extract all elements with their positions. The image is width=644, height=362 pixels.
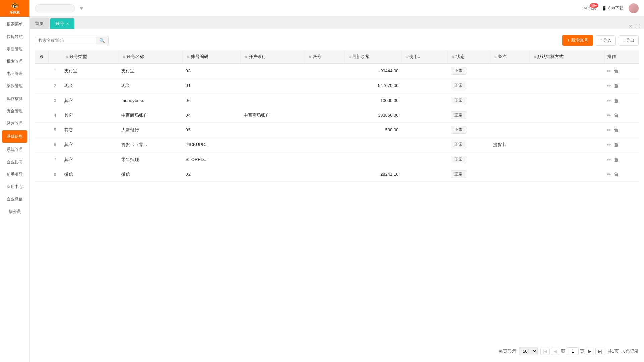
col-settings[interactable]: ⚙ [35,50,48,63]
add-account-button[interactable]: + 新增账号 [562,35,593,46]
cell-settings [35,137,48,152]
cell-status: 正常 [448,108,490,123]
sort-icon: ⇅ [123,55,125,59]
delete-icon[interactable]: 🗑 [614,157,619,162]
page-label: 页 [561,348,565,354]
tab-close-button[interactable]: ✕ [629,24,633,29]
first-page-button[interactable]: |◀ [540,348,550,355]
col-account[interactable]: ⇅ 账号 [305,50,344,63]
cell-type: 支付宝 [62,63,119,78]
edit-icon[interactable]: ✏ [607,113,611,118]
delete-icon[interactable]: 🗑 [614,127,619,133]
edit-icon[interactable]: ✏ [607,68,611,74]
cell-name: 提货卡（零... [119,137,183,152]
tab-account[interactable]: 账号 ✕ [50,18,75,29]
cell-action: ✏ 🗑 [604,152,639,167]
cell-settings [35,63,48,78]
cell-balance: 500.00 [344,123,401,137]
cell-code: 02 [183,167,240,182]
edit-icon[interactable]: ✏ [607,83,611,88]
sidebar-item-inventory[interactable]: 库存核算 [0,93,29,105]
tab-fullscreen-button[interactable]: ⛶ [635,24,640,29]
app-download-button[interactable]: 📱 App下载 [602,5,623,11]
cell-code: STORED... [183,152,240,167]
col-usage[interactable]: ⇅ 使用... [401,50,448,63]
sidebar-item-wechat[interactable]: 企业微信 [0,193,29,205]
cell-action: ✏ 🗑 [604,137,639,152]
sidebar-item-search[interactable]: 搜索菜单 [0,18,29,31]
delete-icon[interactable]: 🗑 [614,142,619,147]
cell-bank [241,123,305,137]
logo-text: 乐账版 [10,10,20,15]
sidebar-item-wholesale[interactable]: 批发管理 [0,55,29,68]
col-bank[interactable]: ⇅ 开户银行 [241,50,305,63]
search-input[interactable] [35,36,96,45]
app-logo: 🐯 乐账版 [0,0,29,17]
delete-icon[interactable]: 🗑 [614,98,619,103]
sidebar-item-guide[interactable]: 新手引导 [0,168,29,181]
prev-page-button[interactable]: ◀ [551,348,559,355]
sidebar-item-operation[interactable]: 经营管理 [0,117,29,130]
delete-icon[interactable]: 🗑 [614,83,619,88]
col-type[interactable]: ⇅ 账号类型 [62,50,119,63]
status-badge: 正常 [451,111,466,119]
top-header: ▼ ✉ 消息 99+ 📱 App下载 [30,0,644,17]
last-page-button[interactable]: ▶| [595,348,605,355]
sidebar-item-member[interactable]: 畅会员 [0,205,29,218]
page-number-input[interactable] [567,347,579,355]
cell-account [305,93,344,108]
header-search-input[interactable] [35,4,75,12]
cell-remark [490,123,530,137]
sort-icon: ⇅ [309,55,311,59]
next-page-button[interactable]: ▶ [586,348,594,355]
per-page-select[interactable]: 50 20 100 [519,347,538,355]
cell-num: 3 [48,93,62,108]
edit-icon[interactable]: ✏ [607,98,611,103]
edit-icon[interactable]: ✏ [607,157,611,162]
cell-status: 正常 [448,152,490,167]
tab-home[interactable]: 首页 [30,18,49,29]
cell-remark [490,108,530,123]
sidebar-item-system[interactable]: 系统管理 [0,143,29,156]
sidebar-item-ecommerce[interactable]: 电商管理 [0,68,29,80]
cell-name: 大新银行 [119,123,183,137]
col-status[interactable]: ⇅ 状态 [448,50,490,63]
cell-type: 其它 [62,152,119,167]
cell-action: ✏ 🗑 [604,167,639,182]
sidebar-item-shortcut[interactable]: 快捷导航 [0,31,29,43]
cell-num: 2 [48,78,62,93]
cell-settings [35,108,48,123]
col-balance[interactable]: ⇅ 最新余额 [344,50,401,63]
sidebar-item-purchase[interactable]: 采购管理 [0,80,29,93]
tab-close-icon[interactable]: ✕ [66,22,69,26]
col-name[interactable]: ⇅ 账号名称 [119,50,183,63]
col-code[interactable]: ⇅ 账号编码 [183,50,240,63]
sidebar-item-basic[interactable]: 基础信息 [2,130,27,143]
edit-icon[interactable]: ✏ [607,127,611,133]
cell-bank [241,63,305,78]
import-button[interactable]: ↑ 导入 [596,35,616,46]
table-row: 4 其它 中百商场账户 04 中百商场账户 383866.00 正常 ✏ 🗑 [35,108,639,123]
col-remark[interactable]: ⇅ 备注 [490,50,530,63]
sidebar-item-capital[interactable]: 资金管理 [0,105,29,117]
edit-icon[interactable]: ✏ [607,142,611,147]
action-icons: ✏ 🗑 [607,68,636,74]
edit-icon[interactable]: ✏ [607,172,611,177]
header-search-dropdown[interactable]: ▼ [79,6,84,11]
delete-icon[interactable]: 🗑 [614,113,619,118]
cell-balance: 547670.00 [344,78,401,93]
search-button[interactable]: 🔍 [96,36,108,45]
sidebar-item-retail[interactable]: 零售管理 [0,43,29,55]
col-default-payment[interactable]: ⇅ 默认结算方式 [530,50,604,63]
cell-account [305,137,344,152]
avatar-image [629,3,639,13]
export-icon: ↓ [623,38,625,43]
message-button[interactable]: ✉ 消息 99+ [584,5,596,11]
sidebar-item-apps[interactable]: 应用中心 [0,181,29,193]
sidebar-item-company[interactable]: 企业协同 [0,156,29,168]
avatar[interactable] [629,3,639,13]
delete-icon[interactable]: 🗑 [614,68,619,74]
sidebar: 🐯 乐账版 搜索菜单 快捷导航 零售管理 批发管理 电商管理 采购管理 库存核算… [0,0,30,362]
export-button[interactable]: ↓ 导出 [619,35,639,46]
delete-icon[interactable]: 🗑 [614,172,619,177]
